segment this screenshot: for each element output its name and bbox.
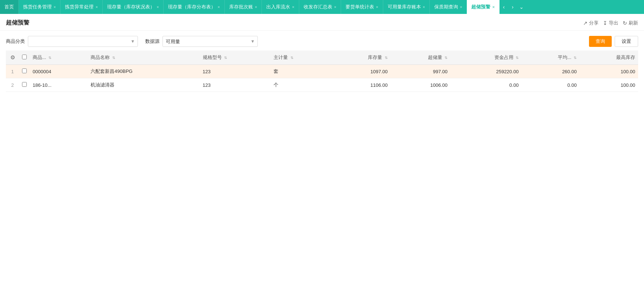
th-spec[interactable]: 规格型号 ⇅: [200, 51, 271, 65]
nav-prev-button[interactable]: ‹: [500, 0, 508, 14]
th-overstock[interactable]: 超储量 ⇅: [391, 51, 450, 65]
close-icon[interactable]: ×: [460, 5, 462, 9]
sort-icon: ⇅: [444, 56, 447, 60]
datasource-select-wrapper: 可用量 ▼: [162, 36, 258, 47]
close-icon[interactable]: ×: [292, 5, 294, 9]
category-label: 商品分类: [6, 38, 25, 45]
row-maxstock: 100.00: [579, 65, 638, 78]
th-name[interactable]: 商品名称 ⇅: [88, 51, 200, 65]
th-checkbox: [19, 51, 30, 65]
header-actions: ↗ 分享 ↧ 导出 ↻ 刷新: [583, 20, 638, 26]
close-icon[interactable]: ×: [255, 5, 257, 9]
row-name: 六配套新昌490BPG: [88, 65, 200, 78]
datasource-label: 数据源: [145, 38, 160, 45]
row-avg: 0.00: [522, 78, 579, 92]
table-header-row: ⚙ 商品... ⇅ 商品名称 ⇅ 规格型号 ⇅: [6, 51, 638, 65]
row-number: 1: [6, 65, 19, 78]
close-icon[interactable]: ×: [334, 5, 336, 9]
filter-actions: 查询 设置: [589, 36, 638, 47]
sort-icon: ⇅: [385, 56, 388, 60]
nav-next-button[interactable]: ›: [508, 0, 517, 14]
row-checkbox[interactable]: [22, 68, 27, 73]
th-maxstock[interactable]: 最高库存: [579, 51, 638, 65]
sort-icon: ⇅: [290, 56, 293, 60]
share-button[interactable]: ↗ 分享: [583, 20, 599, 26]
refresh-icon: ↻: [623, 20, 627, 26]
page-header: 超储预警 ↗ 分享 ↧ 导出 ↻ 刷新: [0, 14, 644, 31]
close-icon[interactable]: ×: [95, 5, 98, 9]
settings-icon[interactable]: ⚙: [10, 54, 15, 60]
nav-item-home[interactable]: 首页: [0, 0, 19, 14]
datasource-select[interactable]: 可用量: [162, 36, 258, 47]
row-code: 0000004: [30, 65, 88, 78]
nav-item-stock-status[interactable]: 现存量（库存状况表） ×: [103, 0, 164, 14]
sort-icon: ⇅: [48, 56, 51, 60]
table-row: 2 186-10... 机油滤清器 123 个 1106.00 1006.00 …: [6, 78, 638, 92]
row-stock: 1106.00: [331, 78, 391, 92]
row-spec: 123: [200, 78, 271, 92]
category-select[interactable]: [28, 36, 138, 47]
nav-menu-button[interactable]: ⌄: [517, 0, 526, 14]
category-filter: 商品分类 ▼: [6, 36, 138, 47]
table-wrapper: ⚙ 商品... ⇅ 商品名称 ⇅ 规格型号 ⇅: [0, 51, 644, 92]
table-row: 1 0000004 六配套新昌490BPG 123 套 1097.00 997.…: [6, 65, 638, 78]
datasource-filter: 数据源 可用量 ▼: [145, 36, 258, 47]
row-maxstock: 100.00: [579, 78, 638, 92]
row-checkbox-cell: [19, 65, 30, 78]
nav-item-stock-dist[interactable]: 现存量（库存分布表） ×: [164, 0, 224, 14]
nav-item-exception[interactable]: 拣货异常处理 ×: [61, 0, 102, 14]
row-capital: 0.00: [450, 78, 522, 92]
page-title: 超储预警: [6, 19, 29, 27]
sort-icon: ⇅: [224, 56, 227, 60]
data-table: ⚙ 商品... ⇅ 商品名称 ⇅ 规格型号 ⇅: [6, 51, 638, 92]
th-unit[interactable]: 主计量 ⇅: [271, 51, 330, 65]
export-button[interactable]: ↧ 导出: [603, 20, 618, 26]
row-unit: 套: [271, 65, 330, 78]
th-settings: ⚙: [6, 51, 19, 65]
category-select-wrapper: ▼: [28, 36, 138, 47]
th-avg[interactable]: 平均... ⇅: [522, 51, 579, 65]
row-overstock: 1006.00: [391, 78, 450, 92]
sort-icon: ⇅: [574, 56, 577, 60]
share-icon: ↗: [583, 20, 588, 26]
select-all-checkbox[interactable]: [22, 55, 27, 59]
row-capital: 259220.00: [450, 65, 522, 78]
settings-button[interactable]: 设置: [615, 36, 638, 47]
top-navigation: 首页 拣货任务管理 × 拣货异常处理 × 现存量（库存状况表） × 现存量（库存…: [0, 0, 644, 14]
th-capital[interactable]: 资金占用 ⇅: [450, 51, 522, 65]
close-icon[interactable]: ×: [217, 5, 220, 9]
th-code[interactable]: 商品... ⇅: [30, 51, 88, 65]
sort-icon: ⇅: [112, 56, 115, 60]
close-icon[interactable]: ×: [423, 5, 425, 9]
nav-item-order-stats[interactable]: 要货单统计表 ×: [341, 0, 383, 14]
row-checkbox-cell: [19, 78, 30, 92]
close-icon[interactable]: ×: [157, 5, 159, 9]
filter-area: 商品分类 ▼ 数据源 可用量 ▼ 查询 设置: [0, 31, 644, 51]
page-content: 超储预警 ↗ 分享 ↧ 导出 ↻ 刷新 商品分类 ▼: [0, 14, 644, 293]
nav-item-flow[interactable]: 出入库流水 ×: [262, 0, 299, 14]
nav-item-summary[interactable]: 收发存汇总表 ×: [299, 0, 341, 14]
row-unit: 个: [271, 78, 330, 92]
row-overstock: 997.00: [391, 65, 450, 78]
row-name: 机油滤清器: [88, 78, 200, 92]
query-button[interactable]: 查询: [589, 36, 612, 47]
nav-item-batch[interactable]: 库存批次账 ×: [225, 0, 262, 14]
row-number: 2: [6, 78, 19, 92]
row-stock: 1097.00: [331, 65, 391, 78]
row-code: 186-10...: [30, 78, 88, 92]
row-spec: 123: [200, 65, 271, 78]
nav-item-overstock[interactable]: 超储预警 ×: [467, 0, 499, 14]
th-stock[interactable]: 库存量 ⇅: [331, 51, 391, 65]
nav-item-task[interactable]: 拣货任务管理 ×: [19, 0, 61, 14]
close-icon[interactable]: ×: [492, 5, 494, 9]
row-checkbox[interactable]: [22, 82, 27, 87]
refresh-button[interactable]: ↻ 刷新: [623, 20, 638, 26]
export-icon: ↧: [603, 20, 607, 26]
sort-icon: ⇅: [516, 56, 519, 60]
close-icon[interactable]: ×: [376, 5, 378, 9]
close-icon[interactable]: ×: [54, 5, 56, 9]
row-avg: 260.00: [522, 65, 579, 78]
nav-item-expiry[interactable]: 保质期查询 ×: [430, 0, 467, 14]
nav-item-available[interactable]: 可用量库存账本 ×: [383, 0, 430, 14]
